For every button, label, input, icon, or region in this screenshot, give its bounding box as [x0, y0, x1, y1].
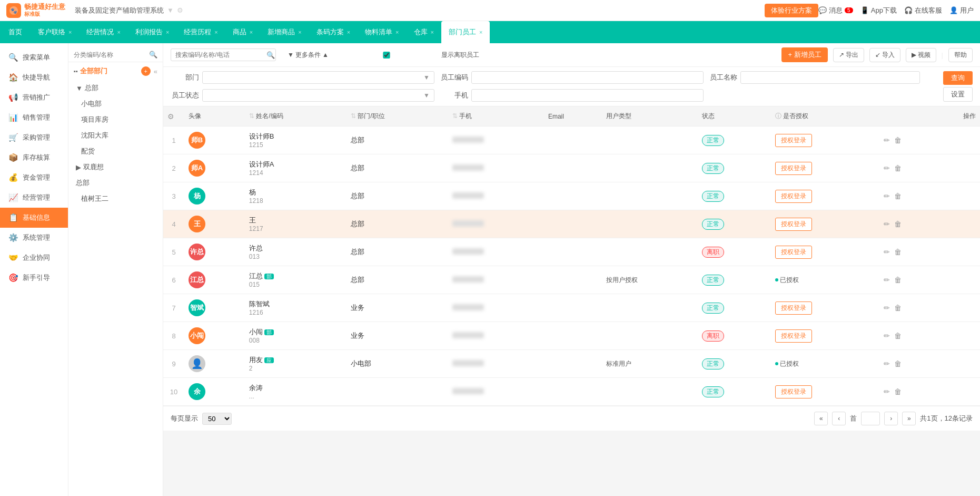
dept-item-shenyang[interactable]: 沈阳大库: [68, 128, 163, 143]
emp-name-input[interactable]: [740, 71, 920, 84]
tab-dept-staff[interactable]: 部门员工 ×: [441, 21, 490, 43]
dept-item-zongbu[interactable]: 总部: [68, 175, 163, 191]
auth-login-button[interactable]: 授权登录: [775, 162, 812, 175]
th-setting[interactable]: ⚙: [163, 106, 184, 127]
show-resign-checkbox[interactable]: 显示离职员工: [334, 51, 479, 60]
tab-close-new-goods[interactable]: ×: [298, 29, 301, 35]
tab-close-operation[interactable]: ×: [117, 29, 120, 35]
dept-item-zhishu[interactable]: 植树王二: [68, 191, 163, 207]
sidebar-item-inventory[interactable]: 📦 库存核算: [0, 148, 68, 168]
tab-bom[interactable]: 物料清单 ×: [358, 21, 406, 43]
edit-icon[interactable]: ✏: [884, 164, 890, 172]
delete-icon[interactable]: 🗑: [894, 332, 902, 340]
sidebar-item-corp[interactable]: 🤝 企业协同: [0, 248, 68, 268]
edit-icon[interactable]: ✏: [884, 192, 890, 200]
sidebar-item-marketing[interactable]: 📢 营销推广: [0, 87, 68, 108]
sidebar-item-shortcut[interactable]: 🏠 快捷导航: [0, 67, 68, 87]
tab-close-barcode[interactable]: ×: [347, 29, 350, 35]
dept-item-zongbu-parent[interactable]: ▼ 总部: [68, 80, 163, 96]
tab-close-customer[interactable]: ×: [68, 29, 72, 35]
edit-icon[interactable]: ✏: [884, 304, 890, 312]
delete-icon[interactable]: 🗑: [894, 359, 902, 368]
th-phone[interactable]: ⇅ 手机: [448, 106, 544, 127]
last-page-button[interactable]: »: [902, 412, 916, 425]
search-input[interactable]: [171, 48, 276, 61]
first-page-button[interactable]: «: [814, 412, 828, 425]
import-button[interactable]: ↙ 导入: [869, 48, 900, 62]
dept-item-shuanglu[interactable]: ▶ 双鹿想: [68, 159, 163, 175]
user-action[interactable]: 👤 用户: [949, 6, 974, 15]
tab-barcode[interactable]: 条码方案 ×: [309, 21, 358, 43]
query-button[interactable]: 查询: [943, 71, 973, 85]
auth-login-button[interactable]: 授权登录: [775, 385, 812, 398]
dept-select[interactable]: ▼: [202, 71, 434, 84]
tab-new-goods[interactable]: 新增商品 ×: [260, 21, 309, 43]
edit-icon[interactable]: ✏: [884, 220, 890, 228]
sidebar-item-search[interactable]: 🔍 搜索菜单: [0, 47, 68, 67]
tab-customer[interactable]: 客户联络 ×: [31, 21, 79, 43]
settings-icon[interactable]: ⚙: [167, 112, 174, 121]
tab-close-profit[interactable]: ×: [166, 29, 169, 35]
dept-item-xiaodianbu[interactable]: 小电部: [68, 96, 163, 112]
auth-login-button[interactable]: 授权登录: [775, 218, 812, 231]
phone-input[interactable]: [471, 89, 704, 102]
app-download-action[interactable]: 📱 App下载: [860, 6, 897, 15]
message-action[interactable]: 💬 消息 5: [818, 6, 853, 15]
tab-close-dept-staff[interactable]: ×: [479, 29, 482, 35]
tab-warehouse[interactable]: 仓库 ×: [407, 21, 441, 43]
delete-icon[interactable]: 🗑: [894, 387, 902, 396]
sidebar-item-basic[interactable]: 📋 基础信息: [0, 208, 68, 228]
tab-close-bom[interactable]: ×: [395, 29, 399, 35]
more-conditions-button[interactable]: ▼ 更多条件 ▲: [288, 51, 329, 60]
export-button[interactable]: ↗ 导出: [833, 48, 864, 62]
next-page-button[interactable]: ›: [884, 412, 898, 425]
delete-icon[interactable]: 🗑: [894, 276, 902, 284]
add-employee-button[interactable]: + 新增员工: [781, 47, 827, 62]
prev-page-button[interactable]: ‹: [832, 412, 846, 425]
page-number-input[interactable]: 1: [861, 412, 880, 425]
sidebar-item-operation[interactable]: 📈 经营管理: [0, 188, 68, 208]
th-dept[interactable]: ⇅ 部门/职位: [347, 106, 448, 127]
edit-icon[interactable]: ✏: [884, 276, 890, 284]
online-service-action[interactable]: 🎧 在线客服: [904, 6, 942, 15]
tab-operation[interactable]: 经营情况 ×: [79, 21, 127, 43]
auth-login-button[interactable]: 授权登录: [775, 302, 812, 315]
delete-icon[interactable]: 🗑: [894, 304, 902, 312]
delete-icon[interactable]: 🗑: [894, 136, 902, 144]
tab-home[interactable]: 首页: [0, 21, 31, 43]
sidebar-item-guide[interactable]: 🎯 新手引导: [0, 268, 68, 288]
page-size-select[interactable]: 50 100: [202, 413, 232, 425]
emp-code-input[interactable]: [471, 71, 704, 84]
sidebar-item-sales[interactable]: 📊 销售管理: [0, 108, 68, 128]
delete-icon[interactable]: 🗑: [894, 220, 902, 228]
edit-icon[interactable]: ✏: [884, 359, 890, 368]
tab-profit[interactable]: 利润报告 ×: [128, 21, 176, 43]
set-button[interactable]: 设置: [943, 87, 973, 102]
tab-close-history[interactable]: ×: [214, 29, 217, 35]
auth-login-button[interactable]: 授权登录: [775, 190, 812, 203]
th-name[interactable]: ⇅ 姓名/编码: [245, 106, 347, 127]
delete-icon[interactable]: 🗑: [894, 192, 902, 200]
edit-icon[interactable]: ✏: [884, 248, 890, 256]
tab-history[interactable]: 经营历程 ×: [176, 21, 225, 43]
dept-item-xiangmu[interactable]: 项目库房: [68, 112, 163, 128]
view-button[interactable]: ▶ 视频: [906, 48, 936, 62]
trial-button[interactable]: 体验行业方案: [765, 4, 818, 17]
show-resign-check[interactable]: [334, 52, 439, 59]
help-button[interactable]: 帮助: [948, 48, 973, 62]
edit-icon[interactable]: ✏: [884, 387, 890, 396]
dept-item-peihuo[interactable]: 配货: [68, 143, 163, 159]
dept-add-icon[interactable]: +: [141, 66, 151, 76]
auth-login-button[interactable]: 授权登录: [775, 134, 812, 147]
auth-login-button[interactable]: 授权登录: [775, 246, 812, 259]
status-select[interactable]: ▼: [202, 89, 434, 102]
delete-icon[interactable]: 🗑: [894, 164, 902, 172]
sidebar-item-system[interactable]: ⚙️ 系统管理: [0, 228, 68, 248]
dept-collapse-icon[interactable]: «: [154, 67, 157, 75]
tab-goods[interactable]: 商品 ×: [225, 21, 260, 43]
dept-search-input[interactable]: [74, 51, 149, 59]
tab-close-goods[interactable]: ×: [250, 29, 253, 35]
sidebar-item-purchase[interactable]: 🛒 采购管理: [0, 128, 68, 148]
edit-icon[interactable]: ✏: [884, 136, 890, 144]
sidebar-item-finance[interactable]: 💰 资金管理: [0, 168, 68, 188]
